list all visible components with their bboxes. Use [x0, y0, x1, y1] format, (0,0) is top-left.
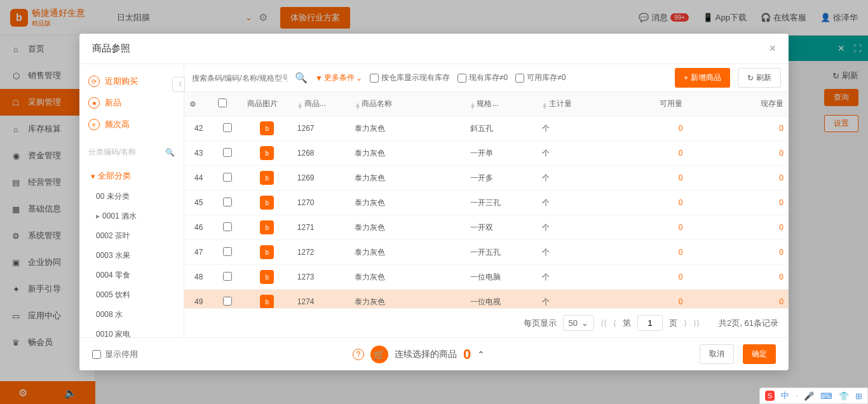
gear-icon[interactable]: ⚙: [189, 100, 196, 109]
category-item[interactable]: 0008 水: [88, 305, 175, 325]
search-icon[interactable]: 🔍: [295, 72, 308, 84]
row-checkbox[interactable]: [223, 247, 232, 256]
refresh-button[interactable]: ↻刷新: [738, 68, 781, 88]
ime-brand-icon[interactable]: S: [765, 391, 775, 401]
close-icon[interactable]: ×: [769, 42, 776, 55]
add-product-button[interactable]: +新增商品: [675, 68, 730, 88]
ime-keyboard-icon[interactable]: ⌨: [820, 391, 832, 401]
per-page-select[interactable]: 50 ⌄: [563, 315, 594, 331]
row-checkbox[interactable]: [223, 148, 232, 157]
row-checkbox[interactable]: [223, 272, 232, 281]
column-header[interactable]: 商品图片: [242, 92, 292, 116]
more-filter-toggle[interactable]: ▼ 更多条件 ⌄: [315, 72, 362, 83]
product-reference-modal: 商品参照 × 《 ⟳近期购买★新品≡频次高 分类编码/名称 🔍 ▾ 全部分类 0…: [79, 34, 789, 370]
product-search-input[interactable]: [192, 74, 287, 83]
page-input[interactable]: [637, 315, 663, 331]
cart-icon: 🛒: [370, 346, 388, 363]
next-page-icon[interactable]: ⟩: [684, 318, 687, 328]
chevron-up-icon[interactable]: ⌃: [477, 349, 485, 360]
pagination-bar: 每页显示 50 ⌄ ⟨⟨ ⟨ 第 页 ⟩ ⟩⟩ 共2页, 61条记录: [184, 308, 789, 337]
warehouse-stock-checkbox[interactable]: 按仓库显示现有库存: [370, 72, 450, 83]
column-header[interactable]: [213, 92, 241, 116]
row-checkbox[interactable]: [223, 173, 232, 182]
show-disabled-checkbox[interactable]: 显示停用: [92, 349, 138, 360]
filter-icon: ▼: [315, 74, 323, 83]
category-search[interactable]: 分类编码/名称 🔍: [79, 142, 184, 163]
modal-footer: 显示停用 ? 🛒 连续选择的商品 0 ⌃ 取消 确定: [79, 337, 789, 370]
row-checkbox[interactable]: [223, 222, 232, 231]
column-header[interactable]: ▲▼商品...: [292, 92, 350, 116]
ime-skin-icon[interactable]: 👕: [839, 391, 849, 401]
ime-grid-icon[interactable]: ⊞: [855, 391, 862, 401]
row-checkbox[interactable]: [223, 123, 232, 132]
table-row[interactable]: 42 b 1267 泰力灰色 斜五孔 个 0 0: [184, 116, 789, 141]
column-header[interactable]: ⚙: [184, 92, 213, 116]
category-list: ▾ 全部分类 00 未分类0001 酒水0002 茶叶0003 水果0004 零…: [79, 163, 184, 337]
chevron-down-icon: ⌄: [581, 318, 588, 328]
category-item[interactable]: 0010 家电: [88, 325, 175, 337]
table-row[interactable]: 43 b 1268 泰力灰色 一开单 个 0 0: [184, 141, 789, 166]
category-item[interactable]: 00 未分类: [88, 187, 175, 206]
available-nonzero-checkbox[interactable]: 可用库存≠0: [515, 72, 566, 83]
product-table: ⚙商品图片▲▼商品...▲▼商品名称▲▼规格...▲▼主计量可用量现存量 42 …: [184, 92, 789, 308]
ime-bar: S 中 ⸱ 🎤 ⌨ 👕 ⊞: [759, 387, 868, 404]
category-item[interactable]: 0005 饮料: [88, 285, 175, 305]
table-row[interactable]: 48 b 1273 泰力灰色 一位电脑 个 0 0: [184, 265, 789, 290]
first-page-icon[interactable]: ⟨⟨: [600, 318, 607, 328]
modal-header: 商品参照 ×: [79, 34, 789, 64]
row-checkbox[interactable]: [223, 297, 232, 306]
modal-left-panel: 《 ⟳近期购买★新品≡频次高 分类编码/名称 🔍 ▾ 全部分类 00 未分类00…: [79, 64, 184, 337]
product-image-icon: b: [260, 171, 274, 185]
category-all[interactable]: ▾ 全部分类: [88, 165, 175, 187]
quick-link-icon: ≡: [88, 119, 100, 130]
product-image-icon: b: [260, 270, 274, 284]
search-icon[interactable]: 🔍: [165, 148, 175, 157]
category-item[interactable]: 0002 茶叶: [88, 226, 175, 246]
category-item[interactable]: 0001 酒水: [88, 206, 175, 226]
quick-link-2[interactable]: ≡频次高: [88, 114, 175, 135]
category-item[interactable]: 0003 水果: [88, 246, 175, 266]
product-image-icon: b: [260, 295, 274, 308]
category-item[interactable]: 0004 零食: [88, 266, 175, 285]
select-all-checkbox[interactable]: [218, 98, 227, 107]
modal-toolbar: 🔍 ▼ 更多条件 ⌄ 按仓库显示现有库存 现有库存≠0 可用库存≠0 +新增商品…: [184, 64, 789, 92]
modal-title: 商品参照: [92, 43, 130, 55]
sort-icon: ▲▼: [297, 103, 303, 109]
table-row[interactable]: 46 b 1271 泰力灰色 一开双 个 0 0: [184, 215, 789, 240]
product-image-icon: b: [260, 121, 274, 135]
ime-mic-icon[interactable]: 🎤: [804, 391, 814, 401]
selected-count: 0: [463, 346, 471, 363]
quick-link-0[interactable]: ⟳近期购买: [88, 71, 175, 92]
table-row[interactable]: 47 b 1272 泰力灰色 一开五孔 个 0 0: [184, 240, 789, 265]
product-image-icon: b: [260, 245, 274, 259]
refresh-icon: ↻: [747, 74, 754, 83]
product-image-icon: b: [260, 196, 274, 210]
prev-page-icon[interactable]: ⟨: [613, 318, 616, 328]
last-page-icon[interactable]: ⟩⟩: [693, 318, 700, 328]
quick-link-icon: ⟳: [88, 76, 100, 87]
ime-punct-icon[interactable]: ⸱: [796, 391, 797, 401]
selected-products-indicator[interactable]: ? 🛒 连续选择的商品 0 ⌃: [353, 346, 485, 363]
stock-nonzero-checkbox[interactable]: 现有库存≠0: [458, 72, 508, 83]
column-header[interactable]: ▲▼规格...: [465, 92, 537, 116]
collapse-panel-button[interactable]: 《: [172, 77, 185, 92]
sort-icon: ▲▼: [470, 103, 476, 109]
category-search-placeholder: 分类编码/名称: [88, 147, 136, 158]
help-icon[interactable]: ?: [353, 349, 364, 360]
product-image-icon: b: [260, 220, 274, 234]
cancel-button[interactable]: 取消: [700, 344, 734, 364]
row-checkbox[interactable]: [223, 198, 232, 206]
product-table-wrap[interactable]: ⚙商品图片▲▼商品...▲▼商品名称▲▼规格...▲▼主计量可用量现存量 42 …: [184, 92, 789, 308]
table-row[interactable]: 44 b 1269 泰力灰色 一开多 个 0 0: [184, 166, 789, 191]
quick-link-1[interactable]: ★新品: [88, 92, 175, 114]
quick-link-icon: ★: [88, 97, 100, 109]
table-row[interactable]: 49 b 1274 泰力灰色 一位电视 个 0 0: [184, 290, 789, 309]
confirm-button[interactable]: 确定: [743, 344, 776, 364]
column-header[interactable]: 可用量: [587, 92, 688, 116]
table-row[interactable]: 45 b 1270 泰力灰色 一开三孔 个 0 0: [184, 191, 789, 215]
column-header[interactable]: ▲▼商品名称: [349, 92, 465, 116]
column-header[interactable]: ▲▼主计量: [537, 92, 587, 116]
sort-icon: ▲▼: [542, 103, 548, 109]
ime-lang[interactable]: 中: [781, 390, 789, 401]
column-header[interactable]: 现存量: [688, 92, 789, 116]
